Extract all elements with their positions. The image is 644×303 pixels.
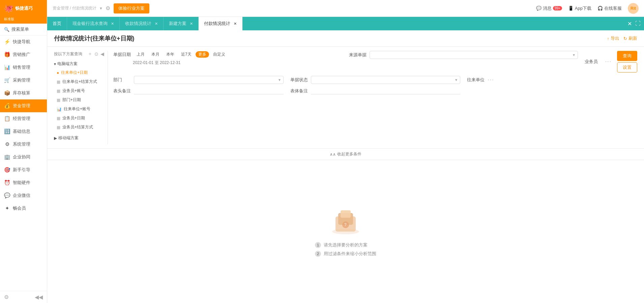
query-button[interactable]: 查询 xyxy=(617,51,637,61)
tab-new-scheme[interactable]: 新建方案 ✕ xyxy=(164,17,199,30)
refresh-btn[interactable]: ↻ 刷新 xyxy=(623,35,637,41)
scheme-item-unit-date[interactable]: ● 往来单位+日期 xyxy=(54,68,104,77)
sidebar-item-sales[interactable]: 📊 销售管理 xyxy=(0,61,47,74)
sidebar-item-wechat[interactable]: 💬 企业微信 xyxy=(0,189,47,202)
date-tab-custom[interactable]: 自定义 xyxy=(210,51,228,58)
scheme-item-label-unit-settle: 往来单位+结算方式 xyxy=(62,79,97,85)
scheme-item-icon-unit-account: 📊 xyxy=(57,107,62,112)
collapse-sidebar-icon[interactable]: ◀◀ xyxy=(35,294,43,300)
date-tabs: 上月 本月 本年 近7天 更多 自定义 xyxy=(134,51,228,58)
sidebar-label-operations: 经营管理 xyxy=(13,116,30,122)
tab-payment-stats[interactable]: 付款情况统计 ✕ xyxy=(199,17,242,30)
sidebar-item-finance[interactable]: 💰 资金管理 xyxy=(0,99,47,112)
sidebar-item-purchase[interactable]: 🛒 采购管理 xyxy=(0,74,47,87)
scheme-item-unit-settle[interactable]: ▦ 往来单位+结算方式 xyxy=(54,77,104,86)
new-scheme-tab-label: 新建方案 xyxy=(169,21,186,27)
staff-select-dots[interactable]: ··· xyxy=(605,59,612,65)
date-tab-last-month[interactable]: 上月 xyxy=(134,51,147,58)
sidebar-label-system: 系统管理 xyxy=(13,141,30,147)
app-download-item[interactable]: 📱 App下载 xyxy=(568,5,591,11)
sidebar-logo: 🐙 畅捷通巧 xyxy=(0,0,47,17)
sidebar-label-basic-info: 基础信息 xyxy=(13,128,30,134)
chevron-up-icon: ∧∧ xyxy=(330,152,336,157)
date-tab-more[interactable]: 更多 xyxy=(196,51,209,58)
trial-btn[interactable]: 体验行业方案 xyxy=(114,3,149,13)
svg-text:?: ? xyxy=(344,222,347,227)
system-icon: ⚙ xyxy=(4,141,10,147)
page-title: 付款情况统计(往来单位+日期) xyxy=(54,34,135,42)
empty-tip-1: 1 请先选择要分析的方案 xyxy=(315,242,376,248)
sidebar-item-guide[interactable]: 🎯 新手引导 xyxy=(0,163,47,176)
payment-stats-tab-close[interactable]: ✕ xyxy=(234,22,237,26)
header-note-input[interactable] xyxy=(134,87,284,94)
user-avatar-item[interactable]: Rit xyxy=(628,3,639,14)
operations-icon: 📋 xyxy=(4,116,10,122)
mobile-scheme-group-title[interactable]: ▶ 移动端方案 xyxy=(54,134,104,142)
message-item[interactable]: 💬 消息 99+ xyxy=(536,5,562,11)
tab-home[interactable]: 首页 xyxy=(47,17,67,30)
scheme-add-icon[interactable]: ＋ xyxy=(88,51,92,57)
topbar-settings-icon[interactable]: ⚙ xyxy=(106,5,110,11)
sidebar-item-operations[interactable]: 📋 经营管理 xyxy=(0,112,47,125)
sidebar-item-membership[interactable]: ✦ 畅会员 xyxy=(0,202,47,215)
doc-status-select[interactable]: ▾ xyxy=(311,76,461,84)
page-header: 付款情况统计(往来单位+日期) ↑ 导出 ↻ 刷新 xyxy=(47,30,644,47)
scheme-item-label-staff-settle: 业务员+结算方式 xyxy=(62,124,93,130)
tab-fullscreen-icon[interactable]: ⛶ xyxy=(635,21,641,27)
app-download-label: App下载 xyxy=(575,5,591,11)
sidebar-item-inventory[interactable]: 📦 库存核算 xyxy=(0,87,47,99)
tab-receipt-stats[interactable]: 收款情况统计 ✕ xyxy=(120,17,164,30)
tabbar: 首页 现金银行流水查询 ✕ 收款情况统计 ✕ 新建方案 ✕ 付款情况统计 ✕ ✕… xyxy=(47,17,644,30)
receipt-stats-tab-close[interactable]: ✕ xyxy=(155,22,158,26)
mobile-scheme-group: ▶ 移动端方案 xyxy=(54,134,104,142)
sidebar-item-smart-hw[interactable]: ⏰ 智能硬件 xyxy=(0,176,47,189)
finance-icon: 💰 xyxy=(4,103,10,109)
search-menu-item[interactable]: 🔍 搜索菜单 xyxy=(0,24,47,35)
settings-button[interactable]: 设置 xyxy=(617,62,637,72)
topbar-right: 💬 消息 99+ 📱 App下载 🎧 在线客服 Rit xyxy=(536,3,639,14)
dept-select[interactable]: ▾ xyxy=(134,76,284,84)
topbar-left: 资金管理 / 付款情况统计 ▾ ⚙ 体验行业方案 xyxy=(53,3,149,13)
date-tab-last-7[interactable]: 近7天 xyxy=(178,51,194,58)
refresh-icon: ↻ xyxy=(623,36,627,41)
sidebar-item-system[interactable]: ⚙ 系统管理 xyxy=(0,138,47,151)
settings-bottom-icon[interactable]: ⚙ xyxy=(4,294,9,300)
collapse-bar-content: ∧∧ 收起更多条件 xyxy=(330,151,361,157)
tab-close-window-icon[interactable]: ✕ xyxy=(627,21,632,27)
bank-flow-tab-close[interactable]: ✕ xyxy=(111,22,114,26)
scheme-item-staff-settle[interactable]: ▦ 业务员+结算方式 xyxy=(54,123,104,132)
breadcrumb-dropdown-icon[interactable]: ▾ xyxy=(100,6,102,11)
scheme-item-staff-account[interactable]: ▦ 业务员+账号 xyxy=(54,86,104,95)
date-range-display: 2022-01-01 至 2022-12-31 xyxy=(133,60,180,66)
date-tab-this-month[interactable]: 本月 xyxy=(149,51,162,58)
desktop-scheme-group-title[interactable]: ▾ 电脑端方案 xyxy=(54,60,104,68)
sidebar-item-enterprise[interactable]: 🏢 企业协同 xyxy=(0,151,47,163)
related-unit-filter-cell: 往来单位 ··· xyxy=(467,77,637,83)
desktop-group-label: 电脑端方案 xyxy=(57,61,78,67)
export-btn[interactable]: ↑ 导出 xyxy=(607,35,620,41)
scheme-collapse-icon[interactable]: ◀ xyxy=(100,51,104,57)
scheme-item-staff-date[interactable]: ▦ 业务员+日期 xyxy=(54,114,104,123)
staff-filter-label: 业务员 xyxy=(585,59,603,65)
doc-status-filter-label: 单据状态 xyxy=(290,77,309,83)
related-unit-select-dots[interactable]: ··· xyxy=(488,77,494,83)
page-header-actions: ↑ 导出 ↻ 刷新 xyxy=(607,35,638,41)
sidebar-item-basic-info[interactable]: 🔢 基础信息 xyxy=(0,125,47,138)
scheme-item-unit-account[interactable]: 📊 往来单位+账号 xyxy=(54,104,104,114)
source-select[interactable]: ▾ xyxy=(370,51,578,59)
scheme-item-label-staff-date: 业务员+日期 xyxy=(62,115,85,121)
scheme-settings-icon[interactable]: ⊙ xyxy=(94,51,98,57)
empty-tip-2: 2 用过滤条件来缩小分析范围 xyxy=(315,251,376,257)
related-unit-filter-label: 往来单位 xyxy=(467,77,486,83)
home-tab-label: 首页 xyxy=(53,21,61,27)
online-service-item[interactable]: 🎧 在线客服 xyxy=(597,5,622,11)
sidebar-item-quick-nav[interactable]: ⚡ 快捷导航 xyxy=(0,35,47,48)
sidebar-item-marketing[interactable]: 🎁 营销推广 xyxy=(0,48,47,61)
body-note-input[interactable] xyxy=(311,87,461,94)
scheme-item-dept-date[interactable]: ▦ 部门+日期 xyxy=(54,95,104,104)
empty-tips: 1 请先选择要分析的方案 2 用过滤条件来缩小分析范围 xyxy=(315,242,376,257)
tab-bank-flow[interactable]: 现金银行流水查询 ✕ xyxy=(67,17,120,30)
new-scheme-tab-close[interactable]: ✕ xyxy=(190,22,193,26)
date-tab-this-year[interactable]: 本年 xyxy=(164,51,177,58)
collapse-bar[interactable]: ∧∧ 收起更多条件 xyxy=(47,149,644,160)
